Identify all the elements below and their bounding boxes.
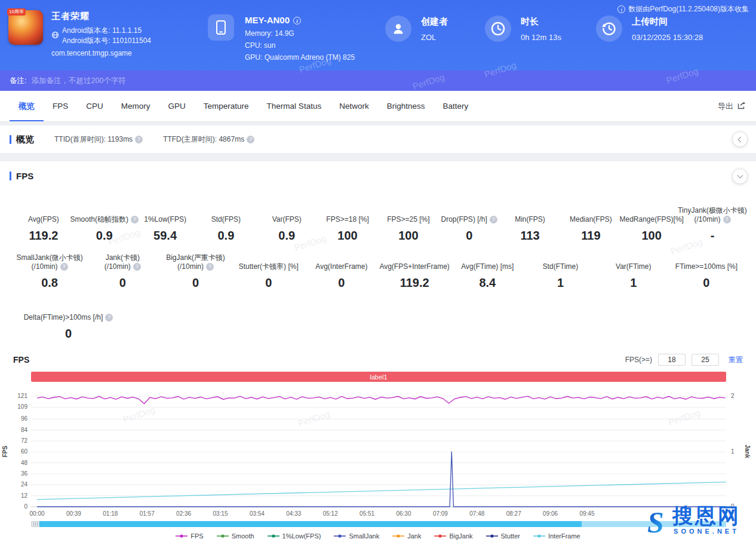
legend-item-Jank[interactable]: Jank [392, 532, 421, 540]
tab-CPU[interactable]: CPU [77, 91, 112, 121]
fps-metrics-row-3: Delta(FTime)>100ms [/h]?0 [0, 304, 756, 341]
soone-s-icon: S [646, 505, 671, 541]
svg-text:36: 36 [21, 470, 28, 477]
help-icon[interactable]: ? [133, 263, 141, 271]
metric-value: 0 [670, 276, 743, 290]
tab-Battery[interactable]: Battery [434, 91, 477, 121]
fps-threshold-label: FPS(>=) [625, 356, 652, 364]
metric-MedRange(FPS)[%]: MedRange(FPS)[%]100 [621, 206, 682, 243]
upload-time-value: 03/12/2025 15:30:28 [632, 33, 703, 42]
tab-FPS[interactable]: FPS [44, 91, 77, 121]
chart-scrollbar[interactable] [31, 521, 726, 527]
device-info: MEY-AN00i Memory: 14.9G CPU: sun GPU: Qu… [208, 14, 355, 63]
metric-value: 8.4 [451, 276, 524, 290]
svg-text:03:15: 03:15 [213, 510, 228, 517]
ttid-help-icon[interactable]: ? [135, 136, 143, 143]
metric-1%Low(FPS): 1%Low(FPS)59.4 [135, 206, 196, 243]
legend-marker-icon [217, 534, 229, 538]
fps-collapse-button[interactable] [732, 169, 748, 184]
metric-Delta(FTime)>100ms [/h]: Delta(FTime)>100ms [/h]?0 [13, 304, 124, 341]
legend-item-InterFrame[interactable]: InterFrame [533, 532, 580, 540]
svg-text:05:51: 05:51 [359, 510, 374, 517]
svg-text:FPS: FPS [2, 445, 8, 457]
legend-marker-icon [334, 534, 346, 538]
tab-Thermal Status[interactable]: Thermal Status [258, 91, 331, 121]
svg-text:1: 1 [731, 448, 735, 455]
svg-text:84: 84 [21, 427, 28, 433]
globe-icon [51, 30, 59, 41]
tab-GPU[interactable]: GPU [159, 91, 195, 121]
scrollbar-grip[interactable] [31, 521, 39, 527]
tab-Brightness[interactable]: Brightness [378, 91, 434, 121]
legend-item-BigJank[interactable]: BigJank [434, 532, 472, 540]
help-icon[interactable]: ? [723, 216, 731, 223]
creator-label: 创建者 [421, 16, 448, 27]
export-icon [737, 100, 746, 112]
legend-item-Smooth[interactable]: Smooth [217, 532, 254, 540]
svg-text:08:27: 08:27 [506, 510, 521, 517]
help-icon[interactable]: ? [60, 263, 68, 271]
series-SmallJank [37, 452, 726, 507]
help-icon[interactable]: ? [490, 216, 497, 223]
device-info-icon[interactable]: i [293, 17, 301, 25]
device-gpu: GPU: Qualcomm Adreno (TM) 825 [245, 51, 355, 63]
legend-item-SmallJank[interactable]: SmallJank [334, 532, 379, 540]
fps-threshold-low-input[interactable] [658, 354, 686, 366]
svg-text:06:30: 06:30 [396, 510, 411, 517]
legend-item-1%Low(FPS)[interactable]: 1%Low(FPS) [268, 532, 321, 540]
tab-Temperature[interactable]: Temperature [195, 91, 258, 121]
help-icon[interactable]: ? [206, 263, 214, 271]
clock-icon [485, 16, 511, 42]
help-icon[interactable]: ? [105, 314, 113, 321]
metric-Stutter(卡顿率) [%]: Stutter(卡顿率) [%]0 [232, 253, 305, 290]
metric-value: 100 [378, 229, 439, 243]
svg-text:72: 72 [21, 437, 28, 444]
metric-Var(FTime): Var(FTime)1 [597, 253, 670, 290]
svg-text:05:12: 05:12 [323, 510, 338, 517]
metric-value: 119.2 [378, 276, 451, 290]
tab-Memory[interactable]: Memory [112, 91, 159, 121]
fps-chart[interactable]: 01224364860728496109121012FPSJank00:0000… [0, 382, 756, 519]
metric-value: 0 [305, 276, 378, 290]
metric-Std(FTime): Std(FTime)1 [524, 253, 597, 290]
remark-bar: 备注: [0, 71, 756, 91]
svg-text:03:54: 03:54 [250, 510, 265, 517]
metric-value: 100 [317, 229, 378, 243]
metric-Avg(InterFrame): Avg(InterFrame)0 [305, 253, 378, 290]
chart-title: FPS [13, 355, 29, 365]
tab-Network[interactable]: Network [330, 91, 378, 121]
android-version-name: Android版本名: 11.1.1.15 [62, 26, 151, 36]
metric-value: 0.8 [13, 276, 86, 290]
game-info: 王者荣耀 Android版本名: 11.1.1.15 Android版本号: 1… [51, 11, 151, 57]
android-version-code: Android版本号: 1101011504 [62, 36, 151, 46]
metric-Avg(FPS+InterFrame): Avg(FPS+InterFrame)119.2 [378, 253, 451, 290]
soone-cn-text: 搜恩网 [672, 505, 740, 527]
chart-label-banner: label1 [31, 372, 726, 382]
svg-text:01:18: 01:18 [103, 510, 118, 517]
overview-collapse-button[interactable] [732, 131, 748, 147]
metric-value: 1 [524, 276, 597, 290]
tab-bar-items: 概览FPSCPUMemoryGPUTemperatureThermal Stat… [10, 91, 477, 121]
reset-link[interactable]: 重置 [729, 355, 743, 365]
fps-metrics-row-1: Avg(FPS)119.2Smooth(稳帧指数)?0.91%Low(FPS)5… [0, 206, 756, 243]
remark-label: 备注: [10, 76, 26, 86]
tab-概览[interactable]: 概览 [10, 91, 44, 121]
remark-input[interactable] [31, 76, 413, 85]
metric-TinyJank(极微小卡顿): TinyJank(极微小卡顿)(/10min)?- [682, 206, 743, 243]
metric-Avg(FPS): Avg(FPS)119.2 [13, 206, 74, 243]
legend-marker-icon [486, 534, 498, 538]
legend-item-FPS[interactable]: FPS [176, 532, 203, 540]
export-button[interactable]: 导出 [718, 91, 746, 121]
overview-title: 概览 [16, 134, 34, 145]
svg-text:07:48: 07:48 [469, 510, 484, 517]
svg-text:07:09: 07:09 [433, 510, 448, 517]
scrollbar-range[interactable] [39, 521, 582, 527]
ttfd-help-icon[interactable]: ? [247, 136, 254, 143]
game-title: 王者荣耀 [51, 11, 151, 22]
svg-text:48: 48 [21, 460, 28, 466]
legend-item-Stutter[interactable]: Stutter [486, 532, 520, 540]
chart-legend: FPSSmooth1%Low(FPS)SmallJankJankBigJankS… [0, 532, 756, 540]
svg-text:24: 24 [21, 481, 28, 488]
chevron-down-icon [737, 173, 743, 179]
fps-threshold-high-input[interactable] [692, 354, 719, 366]
